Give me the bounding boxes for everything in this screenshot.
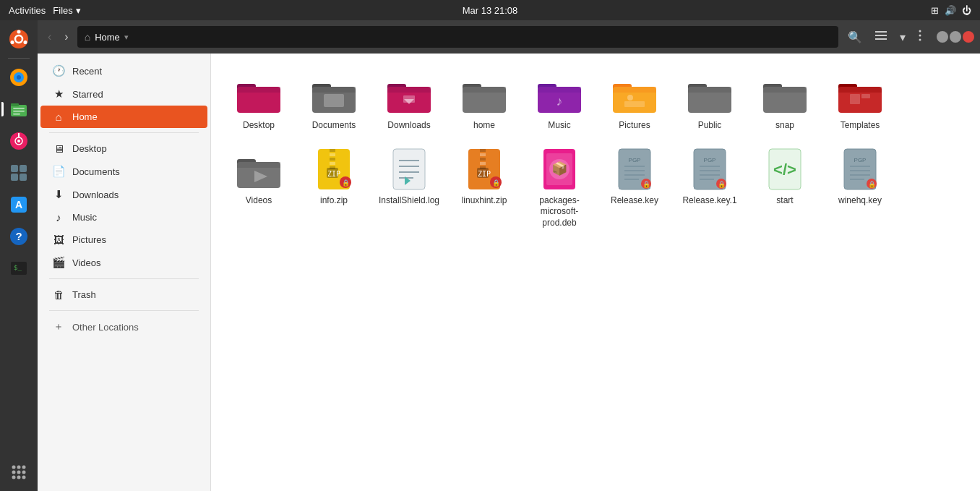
location-bar[interactable]: ⌂ Home ▾ (77, 26, 838, 48)
file-item[interactable]: Videos (223, 140, 295, 235)
svg-text:📦: 📦 (551, 161, 568, 176)
dock-terminal[interactable]: $_ (4, 254, 33, 283)
file-name: InstallShield.log (379, 195, 439, 207)
search-button[interactable]: 🔍 (843, 27, 867, 47)
file-item[interactable]: ZIP 🔒 info.zip (298, 140, 370, 235)
file-icon (687, 71, 733, 117)
home-icon: ⌂ (85, 31, 90, 43)
minimize-button[interactable]: – (937, 31, 948, 43)
svg-text:$_: $_ (14, 264, 22, 271)
file-item[interactable]: Desktop (223, 65, 295, 137)
menu-button[interactable] (914, 27, 927, 47)
sidebar-item-pictures[interactable]: 🖼 Pictures (40, 229, 207, 251)
svg-rect-55 (463, 87, 506, 93)
svg-rect-78 (237, 162, 280, 168)
sidebar: 🕐 Recent ★ Starred ⌂ Home 🖥 Desktop � (38, 54, 211, 491)
file-item[interactable]: PGP 🔒 Release.key.1 (674, 140, 746, 235)
sidebar-item-music[interactable]: ♪ Music (40, 206, 207, 229)
dock-firefox[interactable] (4, 63, 33, 92)
svg-point-30 (17, 471, 21, 474)
file-item[interactable]: </> start (749, 140, 821, 235)
file-item[interactable]: Downloads (373, 65, 445, 137)
videos-icon: 🎬 (52, 256, 65, 269)
file-icon: PGP 🔒 (687, 146, 733, 192)
svg-point-15 (17, 140, 20, 142)
sidebar-item-trash[interactable]: 🗑 Trash (40, 283, 207, 306)
file-manager-window: ‹ › ⌂ Home ▾ 🔍 ▾ – □ ✕ (38, 20, 980, 491)
sidebar-label-trash: Trash (72, 289, 96, 300)
file-item[interactable]: ♪ Music (523, 65, 596, 137)
ubuntu-dock: A ? $_ (0, 20, 38, 491)
location-text: Home (95, 32, 120, 43)
svg-rect-37 (875, 38, 887, 40)
close-button[interactable]: ✕ (963, 31, 974, 43)
location-dropdown-arrow[interactable]: ▾ (124, 33, 129, 42)
file-item[interactable]: Templates (824, 65, 896, 137)
svg-text:PGP: PGP (629, 157, 641, 163)
back-button[interactable]: ‹ (43, 28, 56, 46)
sidebar-divider-2 (49, 278, 199, 279)
dock-help[interactable]: ? (4, 222, 33, 251)
file-item[interactable]: Pictures (598, 65, 671, 137)
sidebar-label-home: Home (72, 111, 98, 122)
svg-rect-43 (237, 87, 280, 93)
file-name: Documents (312, 120, 356, 132)
file-item[interactable]: Documents (298, 65, 370, 137)
svg-point-63 (627, 95, 633, 101)
file-item[interactable]: 📦 packages-microsoft-prod.deb (523, 140, 596, 235)
sidebar-item-home[interactable]: ⌂ Home (40, 106, 207, 128)
file-icon (311, 71, 357, 117)
svg-rect-98 (480, 153, 486, 156)
svg-text:🔒: 🔒 (342, 179, 351, 187)
forward-button[interactable]: › (60, 28, 72, 46)
sound-icon[interactable]: 🔊 (945, 5, 956, 16)
file-item[interactable]: snap (749, 65, 821, 137)
file-name: Desktop (243, 120, 275, 132)
file-item[interactable]: PGP 🔒 winehq.key (824, 140, 896, 235)
sidebar-label-music: Music (72, 212, 97, 223)
svg-rect-9 (11, 103, 19, 106)
view-mode-button[interactable] (870, 27, 892, 47)
sidebar-item-videos[interactable]: 🎬 Videos (40, 251, 207, 274)
dock-workspace[interactable] (4, 158, 33, 187)
file-icon (461, 71, 507, 117)
dock-rhythmbox[interactable] (4, 127, 33, 155)
sidebar-label-pictures: Pictures (72, 234, 106, 245)
file-item[interactable]: PGP 🔒 Release.key (598, 140, 671, 235)
dock-show-apps[interactable] (4, 458, 33, 487)
file-name: Downloads (387, 120, 430, 132)
toolbar-right: 🔍 ▾ (843, 27, 927, 47)
sidebar-item-starred[interactable]: ★ Starred (40, 82, 207, 106)
file-icon (762, 71, 808, 117)
sidebar-item-other-locations[interactable]: ＋ Other Locations (40, 315, 207, 338)
file-item[interactable]: home (448, 65, 520, 137)
svg-rect-73 (838, 87, 882, 93)
file-item[interactable]: InstallShield.log (373, 140, 445, 235)
sidebar-label-starred: Starred (72, 89, 103, 100)
file-item[interactable]: ZIP 🔒 linuxhint.zip (448, 140, 520, 235)
dock-ubuntu-button[interactable] (4, 25, 33, 54)
sidebar-item-recent[interactable]: 🕐 Recent (40, 59, 207, 82)
file-item[interactable]: Public (674, 65, 746, 137)
network-icon[interactable]: ⊞ (931, 5, 939, 16)
svg-point-28 (22, 466, 26, 469)
dock-app-center[interactable]: A (4, 190, 33, 219)
documents-icon: 📄 (52, 165, 65, 178)
svg-point-39 (919, 35, 921, 37)
sidebar-item-downloads[interactable]: ⬇ Downloads (40, 183, 207, 206)
sidebar-item-documents[interactable]: 📄 Documents (40, 160, 207, 183)
files-menu[interactable]: Files ▾ (53, 5, 80, 16)
view-options-button[interactable]: ▾ (895, 27, 911, 47)
svg-rect-75 (861, 94, 870, 98)
svg-point-2 (17, 30, 21, 34)
svg-rect-46 (312, 87, 356, 93)
dock-files[interactable] (4, 95, 33, 124)
maximize-button[interactable]: □ (950, 31, 961, 43)
sidebar-item-desktop[interactable]: 🖥 Desktop (40, 137, 207, 160)
desktop-icon: 🖥 (52, 142, 65, 155)
file-icon (611, 71, 658, 117)
file-name: linuxhint.zip (462, 195, 507, 207)
sidebar-label-videos: Videos (72, 257, 101, 268)
power-icon[interactable]: ⏻ (962, 5, 971, 16)
activities-button[interactable]: Activities (9, 5, 46, 16)
